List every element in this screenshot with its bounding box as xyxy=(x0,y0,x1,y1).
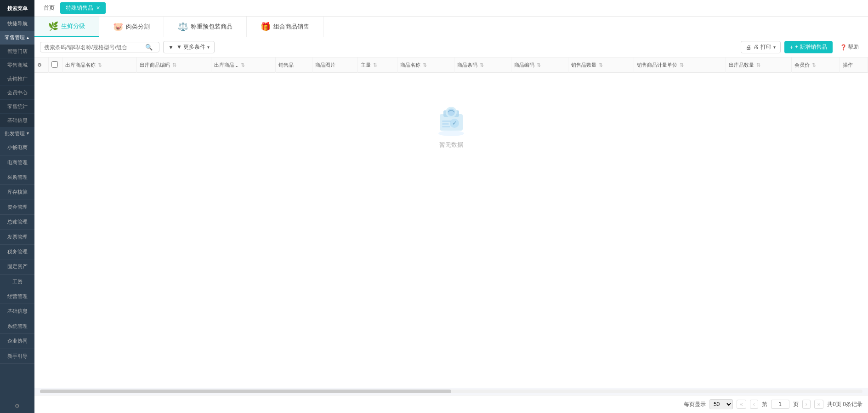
sort-icon: ⇅ xyxy=(373,62,377,68)
per-page-select[interactable]: 50 10 20 100 xyxy=(709,399,733,409)
sidebar-item-retail-mall[interactable]: 零售商城 xyxy=(0,58,34,72)
sidebar-item-wage[interactable]: 工资 xyxy=(0,275,34,289)
first-page-button[interactable]: « xyxy=(737,400,746,409)
col-out-code[interactable]: 出库商品编码 ⇅ xyxy=(136,57,211,73)
col-sale-qty[interactable]: 销售品数量 ⇅ xyxy=(568,57,634,73)
sidebar: 搜索菜单 快捷导航 零售管理 ▲ 智慧门店 零售商城 营销推广 会员中心 零售统… xyxy=(0,0,34,413)
horizontal-scrollbar[interactable] xyxy=(40,390,862,393)
scrollbar-thumb[interactable] xyxy=(40,390,451,393)
svg-point-4 xyxy=(448,109,455,116)
sort-icon: ⇅ xyxy=(172,62,176,68)
sidebar-item-mini-ecom[interactable]: 小畅电商 xyxy=(0,140,34,155)
select-all-checkbox[interactable] xyxy=(51,61,58,68)
col-out-item[interactable]: 出库商品... ⇅ xyxy=(211,57,275,73)
col-settings[interactable]: ⚙ xyxy=(34,57,48,73)
empty-text: 暂无数据 xyxy=(439,141,463,149)
meat-split-icon: 🐷 xyxy=(113,22,123,32)
sidebar-item-base-info[interactable]: 基础信息 xyxy=(0,114,34,127)
col-sale-unit[interactable]: 销售商品计量单位 ⇅ xyxy=(634,57,726,73)
sidebar-item-retail-mgmt[interactable]: 零售管理 ▲ xyxy=(0,31,34,44)
chevron-down-icon: ▾ xyxy=(207,45,210,50)
sidebar-item-fixed-assets[interactable]: 固定资产 xyxy=(0,259,34,274)
page-label: 页 xyxy=(793,401,799,408)
weight-pack-icon: ⚖️ xyxy=(178,22,188,32)
print-dropdown-icon: ▾ xyxy=(773,45,776,50)
sidebar-retail-submenu: 智慧门店 零售商城 营销推广 会员中心 零售统计 基础信息 xyxy=(0,45,34,127)
toolbar-right: 🖨 🖨 打印 ▾ + + 新增销售品 ❓ 帮助 xyxy=(741,41,862,53)
tab-special-sales[interactable]: 特殊销售品 ✕ xyxy=(60,2,106,14)
col-product-img: 商品图片 xyxy=(312,57,358,73)
main-content: 首页 特殊销售品 ✕ 🌿 生鲜分级 🐷 肉类分割 ⚖️ 称重预包装商品 🎁 组合… xyxy=(34,0,868,413)
close-tab-icon[interactable]: ✕ xyxy=(96,5,100,11)
sub-tab-weight-pack[interactable]: ⚖️ 称重预包装商品 xyxy=(164,17,247,37)
sidebar-item-quick-nav[interactable]: 快捷导航 xyxy=(0,17,34,31)
svg-text:✓: ✓ xyxy=(452,120,457,126)
sort-icon: ⇅ xyxy=(423,62,427,68)
col-checkbox[interactable] xyxy=(48,57,62,73)
sidebar-item-invoice-mgmt[interactable]: 发票管理 xyxy=(0,230,34,245)
svg-rect-7 xyxy=(442,120,451,122)
prev-page-button[interactable]: ‹ xyxy=(750,400,758,409)
page-content: 🌿 生鲜分级 🐷 肉类分割 ⚖️ 称重预包装商品 🎁 组合商品销售 🔍 xyxy=(34,17,868,413)
sub-tab-fresh-grade[interactable]: 🌿 生鲜分级 xyxy=(34,17,99,37)
goto-label: 第 xyxy=(762,401,767,408)
sidebar-item-base-info2[interactable]: 基础信息 xyxy=(0,304,34,319)
svg-rect-9 xyxy=(442,126,450,127)
table-container: ⚙ 出库商品名称 ⇅ 出库商品编码 ⇅ 出库商品... ⇅ 销售品 商品图片 主… xyxy=(34,57,868,388)
sub-tab-meat-split[interactable]: 🐷 肉类分割 xyxy=(99,17,164,37)
page-input[interactable] xyxy=(771,400,789,409)
sort-icon: ⇅ xyxy=(756,62,760,68)
next-page-button[interactable]: › xyxy=(802,400,811,409)
sort-icon: ⇅ xyxy=(812,62,816,68)
sort-icon: ⇅ xyxy=(680,62,684,68)
sort-icon: ⇅ xyxy=(537,62,541,68)
pagination: 每页显示 50 10 20 100 « ‹ 第 页 › » 共0页 0条记录 xyxy=(34,395,868,413)
sidebar-item-wholesale-mgmt[interactable]: 批发管理 ▼ xyxy=(0,127,34,140)
col-product-code[interactable]: 商品编码 ⇅ xyxy=(511,57,568,73)
settings-icon[interactable]: ⚙ xyxy=(0,399,34,413)
sidebar-item-general-ledger[interactable]: 总账管理 xyxy=(0,215,34,229)
sidebar-item-marketing[interactable]: 营销推广 xyxy=(0,72,34,86)
help-icon: ❓ xyxy=(840,44,847,51)
sidebar-item-sys-mgmt[interactable]: 系统管理 xyxy=(0,319,34,334)
combo-sale-icon: 🎁 xyxy=(261,22,271,32)
print-button[interactable]: 🖨 🖨 打印 ▾ xyxy=(741,41,780,53)
sort-icon: ⇅ xyxy=(241,62,245,68)
sidebar-logo: 搜索菜单 xyxy=(0,0,34,17)
sidebar-item-tax-mgmt[interactable]: 税务管理 xyxy=(0,245,34,259)
fresh-grade-icon: 🌿 xyxy=(48,21,58,31)
print-icon: 🖨 xyxy=(746,44,751,51)
sidebar-item-member[interactable]: 会员中心 xyxy=(0,86,34,100)
last-page-button[interactable]: » xyxy=(814,400,824,409)
sub-tab-combo-sale[interactable]: 🎁 组合商品销售 xyxy=(247,17,323,37)
sidebar-item-retail-stats[interactable]: 零售统计 xyxy=(0,100,34,114)
sort-icon: ⇅ xyxy=(98,62,102,68)
search-icon: 🔍 xyxy=(145,44,153,51)
sidebar-item-purchase-mgmt[interactable]: 采购管理 xyxy=(0,170,34,185)
sidebar-item-new-guide[interactable]: 新手引导 xyxy=(0,349,34,364)
sidebar-item-smart-store[interactable]: 智慧门店 xyxy=(0,45,34,58)
search-input[interactable] xyxy=(44,44,145,51)
toolbar-left: 🔍 ▼ ▼ 更多条件 ▾ xyxy=(40,41,215,53)
search-box[interactable]: 🔍 xyxy=(40,42,159,52)
col-member-price[interactable]: 会员价 ⇅ xyxy=(792,57,840,73)
sidebar-item-ops-mgmt[interactable]: 经营管理 xyxy=(0,289,34,304)
per-page-label: 每页显示 xyxy=(684,401,706,408)
sidebar-item-enterprise[interactable]: 企业协同 xyxy=(0,334,34,349)
filter-icon: ▼ xyxy=(168,44,174,51)
sub-tabs: 🌿 生鲜分级 🐷 肉类分割 ⚖️ 称重预包装商品 🎁 组合商品销售 xyxy=(34,17,868,37)
sidebar-item-finance[interactable]: 资金管理 xyxy=(0,200,34,215)
col-out-name[interactable]: 出库商品名称 ⇅ xyxy=(62,57,136,73)
new-sale-item-button[interactable]: + + 新增销售品 xyxy=(784,41,833,53)
sort-icon: ⇅ xyxy=(599,62,603,68)
plus-icon: + xyxy=(790,44,793,51)
help-button[interactable]: ❓ 帮助 xyxy=(836,41,862,53)
filter-button[interactable]: ▼ ▼ 更多条件 ▾ xyxy=(163,41,215,53)
col-main-qty[interactable]: 主量 ⇅ xyxy=(358,57,397,73)
sidebar-item-ecom-mgmt[interactable]: 电商管理 xyxy=(0,155,34,170)
col-out-qty[interactable]: 出库品数量 ⇅ xyxy=(726,57,792,73)
tab-home[interactable]: 首页 xyxy=(38,2,60,14)
sidebar-item-inventory[interactable]: 库存核算 xyxy=(0,185,34,200)
col-product-name[interactable]: 商品名称 ⇅ xyxy=(397,57,454,73)
col-barcode[interactable]: 商品条码 ⇅ xyxy=(454,57,511,73)
